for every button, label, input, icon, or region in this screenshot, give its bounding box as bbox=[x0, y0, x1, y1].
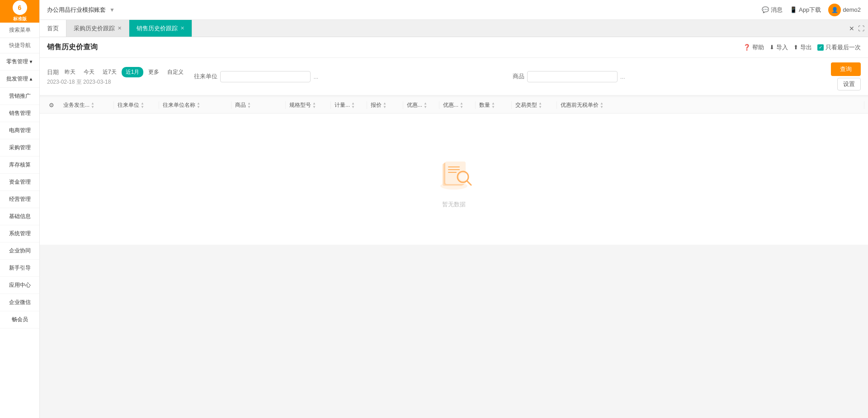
sidebar-item-label: 快捷导航 bbox=[9, 42, 31, 48]
date-btn-last7[interactable]: 近7天 bbox=[99, 67, 120, 77]
th-discount1-sort: ▲ ▼ bbox=[424, 102, 427, 109]
th-product[interactable]: 商品 ▲ ▼ bbox=[231, 101, 286, 109]
th-discount1-label: 优惠... bbox=[407, 101, 422, 109]
sidebar-item-finance-mgmt[interactable]: 资金管理 bbox=[0, 174, 39, 191]
th-pre-tax-price[interactable]: 优惠前无税单价 ▲ ▼ bbox=[557, 101, 864, 109]
th-unit-label: 计量... bbox=[335, 101, 350, 109]
top-bar-title: 办公用品行业模拟账套 bbox=[47, 6, 106, 14]
sidebar-item-app-center[interactable]: 应用中心 bbox=[0, 277, 39, 294]
th-price-label: 报价 bbox=[371, 101, 382, 109]
sidebar-item-label: 零售管理 bbox=[6, 58, 28, 66]
only-last-checkbox[interactable]: ✓ 只看最后一次 bbox=[817, 43, 861, 52]
window-fullscreen-button[interactable]: ⛶ bbox=[858, 25, 864, 32]
sidebar-item-inventory[interactable]: 库存核算 bbox=[0, 157, 39, 174]
th-quantity[interactable]: 数量 ▲ ▼ bbox=[476, 101, 512, 109]
sidebar-item-retail-mgmt[interactable]: 零售管理 ▼ bbox=[0, 53, 39, 71]
th-spec-sort: ▲ ▼ bbox=[312, 102, 316, 109]
sidebar-item-operations-mgmt[interactable]: 经营管理 bbox=[0, 191, 39, 208]
th-partner-name[interactable]: 往来单位名称 ▲ ▼ bbox=[159, 101, 231, 109]
product-filter-input[interactable] bbox=[527, 71, 618, 82]
sidebar-item-label: 库存核算 bbox=[9, 161, 31, 169]
date-range-display: 2023-02-18 至 2023-03-18 bbox=[47, 78, 187, 86]
date-btn-last1m[interactable]: 近1月 bbox=[122, 67, 144, 77]
topbar-dropdown-icon[interactable]: ▼ bbox=[109, 7, 115, 13]
sidebar-item-label: 畅会员 bbox=[12, 316, 28, 323]
table-settings-button[interactable]: ⚙ bbox=[43, 102, 60, 109]
sidebar-item-member[interactable]: 畅会员 bbox=[0, 311, 39, 328]
empty-text: 暂无数据 bbox=[442, 200, 466, 209]
sidebar-item-quick-nav[interactable]: 快捷导航 bbox=[0, 38, 39, 53]
product-filter-dots[interactable]: ... bbox=[620, 73, 625, 80]
sidebar-item-new-guide[interactable]: 新手引导 bbox=[0, 260, 39, 277]
th-discount2[interactable]: 优惠... ▲ ▼ bbox=[439, 101, 476, 109]
partner-filter-label: 往来单位 bbox=[194, 72, 217, 81]
th-spec[interactable]: 规格型号 ▲ ▼ bbox=[286, 101, 331, 109]
tab-purchase-history[interactable]: 采购历史价跟踪 ✕ bbox=[66, 20, 129, 37]
sidebar-item-label: 新手引导 bbox=[9, 264, 31, 272]
sidebar-item-search-menu[interactable]: 搜索菜单 bbox=[0, 23, 39, 38]
sidebar-item-sales-mgmt[interactable]: 销售管理 bbox=[0, 105, 39, 122]
th-partner-name-label: 往来单位名称 bbox=[163, 101, 195, 109]
tab-purchase-history-close[interactable]: ✕ bbox=[118, 25, 122, 31]
import-button[interactable]: ⬇ 导入 bbox=[769, 43, 788, 52]
app-download-button[interactable]: 📱 App下载 bbox=[790, 6, 821, 14]
message-label: 消息 bbox=[771, 6, 783, 14]
th-discount1[interactable]: 优惠... ▲ ▼ bbox=[403, 101, 439, 109]
help-button[interactable]: ❓ 帮助 bbox=[743, 43, 764, 52]
date-btn-more[interactable]: 更多 bbox=[145, 67, 162, 77]
sidebar: 6 标准版 搜索菜单 快捷导航 零售管理 ▼ 批发管理 ▲ 营销推广 销售管理 … bbox=[0, 0, 40, 418]
th-product-sort: ▲ ▼ bbox=[247, 102, 251, 109]
window-close-button[interactable]: ✕ bbox=[849, 25, 854, 32]
th-price[interactable]: 报价 ▲ ▼ bbox=[367, 101, 403, 109]
message-button[interactable]: 💬 消息 bbox=[762, 6, 783, 14]
th-pre-tax-price-sort: ▲ ▼ bbox=[600, 102, 604, 109]
th-trade-type-sort: ▲ ▼ bbox=[538, 102, 542, 109]
th-quantity-sort: ▲ ▼ bbox=[491, 102, 495, 109]
tab-sales-history-close[interactable]: ✕ bbox=[180, 25, 184, 31]
tab-sales-history[interactable]: 销售历史价跟踪 ✕ bbox=[129, 20, 192, 37]
sidebar-item-label: 搜索菜单 bbox=[9, 27, 31, 33]
user-menu[interactable]: 👤 demo2 bbox=[828, 4, 861, 16]
username-label: demo2 bbox=[843, 6, 861, 13]
th-biz-date[interactable]: 业务发生... ▲ ▼ bbox=[60, 101, 114, 109]
th-trade-type[interactable]: 交易类型 ▲ ▼ bbox=[512, 101, 557, 109]
date-btn-custom[interactable]: 自定义 bbox=[164, 67, 187, 77]
sidebar-item-system-mgmt[interactable]: 系统管理 bbox=[0, 225, 39, 242]
export-button[interactable]: ⬆ 导出 bbox=[793, 43, 812, 52]
sidebar-item-label: 应用中心 bbox=[9, 281, 31, 289]
tab-home[interactable]: 首页 bbox=[40, 20, 66, 37]
sort-down-icon: ▼ bbox=[538, 105, 542, 109]
sidebar-item-wholesale-mgmt[interactable]: 批发管理 ▲ bbox=[0, 71, 39, 88]
sidebar-item-basic-info[interactable]: 基础信息 bbox=[0, 208, 39, 225]
export-icon: ⬆ bbox=[793, 44, 798, 51]
sidebar-item-enterprise-wechat[interactable]: 企业微信 bbox=[0, 294, 39, 311]
tab-sales-history-label: 销售历史价跟踪 bbox=[137, 24, 178, 33]
tab-home-label: 首页 bbox=[47, 24, 59, 33]
checkbox-icon: ✓ bbox=[817, 44, 824, 51]
sidebar-item-marketing[interactable]: 营销推广 bbox=[0, 88, 39, 105]
tab-purchase-history-label: 采购历史价跟踪 bbox=[74, 24, 115, 33]
th-unit[interactable]: 计量... ▲ ▼ bbox=[331, 101, 367, 109]
filter-right-buttons: 查询 设置 bbox=[831, 62, 861, 90]
date-btn-yesterday[interactable]: 昨天 bbox=[61, 67, 79, 77]
help-label: 帮助 bbox=[752, 43, 764, 52]
th-biz-date-label: 业务发生... bbox=[63, 101, 90, 109]
date-btn-today[interactable]: 今天 bbox=[80, 67, 98, 77]
th-partner-code[interactable]: 往来单位 ▲ ▼ bbox=[114, 101, 159, 109]
message-icon: 💬 bbox=[762, 6, 769, 13]
table-header: ⚙ 业务发生... ▲ ▼ 往来单位 ▲ ▼ 往 bbox=[40, 97, 868, 114]
th-quantity-label: 数量 bbox=[479, 101, 490, 109]
search-button[interactable]: 查询 bbox=[831, 62, 861, 76]
sidebar-item-label: 企业微信 bbox=[9, 299, 31, 306]
sidebar-item-purchase-mgmt[interactable]: 采购管理 bbox=[0, 139, 39, 157]
sidebar-item-label: 经营管理 bbox=[9, 195, 31, 203]
sidebar-item-ecommerce-mgmt[interactable]: 电商管理 bbox=[0, 122, 39, 139]
sidebar-item-enterprise-collab[interactable]: 企业协同 bbox=[0, 242, 39, 260]
partner-filter-dots[interactable]: ... bbox=[313, 73, 318, 80]
svg-line-9 bbox=[467, 181, 471, 185]
partner-filter-input[interactable] bbox=[220, 71, 311, 82]
table-container: ⚙ 业务发生... ▲ ▼ 往来单位 ▲ ▼ 往 bbox=[40, 97, 868, 245]
page-title: 销售历史价查询 bbox=[47, 43, 98, 52]
sidebar-logo[interactable]: 6 标准版 bbox=[0, 0, 39, 23]
settings-button[interactable]: 设置 bbox=[837, 78, 861, 90]
